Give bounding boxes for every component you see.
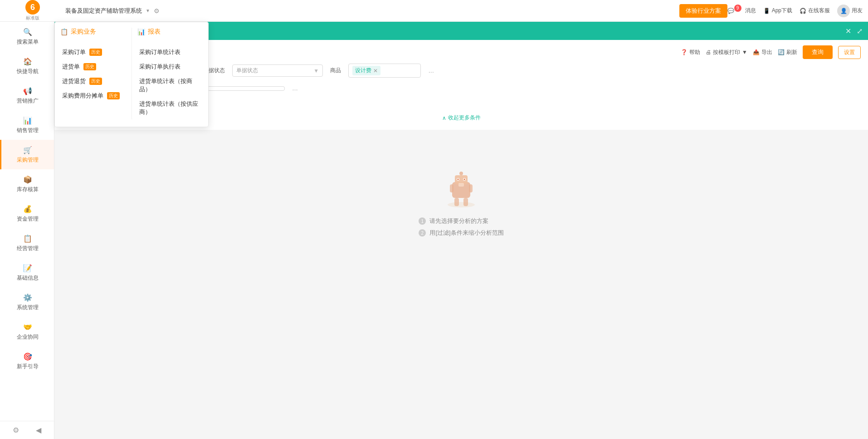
sidebar-item-purchase[interactable]: 🛒 采购管理 (0, 140, 54, 169)
message-badge: 9 (734, 5, 741, 12)
sidebar-item-sales[interactable]: 📊 销售管理 (0, 110, 54, 140)
help-btn[interactable]: ❓ 帮助 (681, 49, 700, 56)
goods-dots[interactable]: … (428, 67, 434, 74)
svg-rect-7 (458, 183, 464, 187)
sidebar-item-operations[interactable]: 📋 经营管理 (0, 228, 54, 258)
empty-tip-2: 2 用[过滤]条件来缩小分析范围 (419, 229, 503, 237)
goods-label: 商品 (330, 67, 341, 74)
logo-icon: 6 (25, 0, 40, 15)
operations-icon: 📋 (23, 234, 32, 243)
print-chevron: ▼ (742, 49, 747, 55)
settings-filter-btn[interactable]: 设置 (838, 46, 861, 59)
cooperation-icon: 🤝 (23, 322, 32, 331)
purchase-col: 📋 采购业务 采购订单 历史 进货单 历史 进货退货 历史 采购费用分摊单 历史 (55, 28, 132, 119)
dropdown-goods-stats-by-supplier[interactable]: 进货单统计表（按供应商） (137, 97, 203, 119)
svg-point-5 (458, 179, 459, 180)
tab-bar-actions: ✕ ⤢ (844, 25, 868, 37)
report-col-icon: 📊 (137, 28, 145, 35)
sidebar-bottom: ⚙ ◀ (0, 421, 54, 439)
online-service-btn[interactable]: 🎧 在线客服 (800, 7, 830, 15)
tip-dot-2: 2 (419, 229, 426, 237)
svg-rect-10 (454, 198, 459, 206)
dropdown-purchase-order[interactable]: 采购订单 历史 (60, 45, 126, 59)
doc-status-input[interactable]: 单据状态 ▼ (232, 64, 323, 77)
industry-btn[interactable]: 体验行业方案 (679, 4, 727, 18)
dropdown-goods-return[interactable]: 进货退货 历史 (60, 74, 126, 89)
basic-icon: 📝 (23, 263, 32, 272)
salesperson-dots[interactable]: … (292, 85, 298, 92)
history-badge-3: 历史 (89, 78, 102, 85)
chevron-down-icon[interactable]: ▼ (146, 8, 150, 13)
dropdown-po-stats[interactable]: 采购订单统计表 (137, 45, 203, 59)
sidebar: 🔍 搜索菜单 🏠 快捷导航 📢 营销推广 📊 销售管理 🛒 采购管理 📦 库存核… (0, 22, 54, 439)
purchase-dropdown-menu: 📋 采购业务 采购订单 历史 进货单 历史 进货退货 历史 采购费用分摊单 历史… (54, 22, 209, 127)
sidebar-item-marketing[interactable]: 📢 营销推广 (0, 81, 54, 110)
goods-input[interactable]: 设计费 ✕ (348, 64, 421, 78)
collapse-btn[interactable]: ∧ 收起更多条件 (439, 111, 483, 124)
collapse-sidebar-icon[interactable]: ◀ (36, 426, 41, 434)
gear-icon[interactable]: ⚙ (154, 7, 160, 15)
top-header: 6 标准版 装备及固定资产辅助管理系统 ▼ ⚙ 体验行业方案 💬 9 消息 📱 … (0, 0, 868, 22)
export-icon: 📤 (753, 49, 760, 55)
dropdown-po-exec[interactable]: 采购订单执行表 (137, 59, 203, 74)
svg-rect-9 (469, 184, 473, 192)
help-icon: ❓ (681, 49, 688, 55)
sidebar-item-inventory[interactable]: 📦 库存核算 (0, 169, 54, 199)
dropdown-goods-receipt[interactable]: 进货单 历史 (60, 59, 126, 74)
headset-icon: 🎧 (800, 8, 806, 14)
sidebar-item-quick-nav[interactable]: 🏠 快捷导航 (0, 51, 54, 81)
doc-status-chevron: ▼ (313, 68, 319, 74)
logo-text: 标准版 (26, 15, 39, 21)
tab-close-btn[interactable]: ✕ (844, 25, 853, 37)
settings-bottom-icon[interactable]: ⚙ (13, 426, 19, 434)
empty-tips: 1 请先选择要分析的方案 2 用[过滤]条件来缩小分析范围 (419, 217, 503, 237)
export-btn[interactable]: 📤 导出 (753, 49, 772, 56)
dropdown-purchase-expense[interactable]: 采购费用分摊单 历史 (60, 89, 126, 103)
dropdown-goods-stats-by-product[interactable]: 进货单统计表（按商品） (137, 74, 203, 97)
query-btn[interactable]: 查询 (803, 45, 833, 59)
sidebar-item-guide[interactable]: 🎯 新手引导 (0, 346, 54, 376)
message-btn[interactable]: 💬 9 消息 (727, 7, 756, 15)
sidebar-item-finance[interactable]: 💰 资金管理 (0, 199, 54, 228)
collapse-up-icon: ∧ (442, 115, 446, 121)
svg-point-12 (459, 172, 463, 175)
phone-icon: 📱 (763, 8, 770, 14)
header-actions: 💬 9 消息 📱 App下载 🎧 在线客服 👤 用友 (727, 5, 863, 17)
empty-illustration (439, 166, 484, 212)
user-avatar[interactable]: 👤 用友 (837, 5, 863, 17)
message-icon: 💬 (727, 8, 734, 14)
sidebar-item-search[interactable]: 🔍 搜索菜单 (0, 22, 54, 51)
tab-fullscreen-btn[interactable]: ⤢ (855, 25, 864, 37)
system-title: 装备及固定资产辅助管理系统 ▼ ⚙ (65, 7, 679, 15)
system-icon: ⚙️ (23, 293, 32, 302)
sidebar-item-system[interactable]: ⚙️ 系统管理 (0, 287, 54, 317)
goods-tag-close[interactable]: ✕ (373, 68, 378, 74)
logo-area: 6 标准版 (5, 0, 60, 21)
app-download-btn[interactable]: 📱 App下载 (763, 7, 792, 15)
empty-tip-1: 1 请先选择要分析的方案 (419, 217, 503, 225)
refresh-btn[interactable]: 🔄 刷新 (778, 49, 797, 56)
avatar-icon: 👤 (837, 5, 850, 17)
history-badge-2: 历史 (83, 63, 96, 70)
home-icon: 🏠 (23, 57, 32, 66)
goods-tag: 设计费 ✕ (352, 66, 380, 75)
report-col: 📊 报表 采购订单统计表 采购订单执行表 进货单统计表（按商品） 进货单统计表（… (132, 28, 209, 119)
sidebar-item-cooperation[interactable]: 🤝 企业协同 (0, 317, 54, 346)
purchase-icon: 🛒 (23, 145, 32, 154)
inventory-icon: 📦 (23, 175, 32, 184)
sidebar-item-basic[interactable]: 📝 基础信息 (0, 258, 54, 287)
empty-state: 1 请先选择要分析的方案 2 用[过滤]条件来缩小分析范围 (54, 130, 868, 273)
svg-rect-11 (463, 198, 468, 206)
system-name: 装备及固定资产辅助管理系统 (65, 7, 142, 15)
marketing-icon: 📢 (23, 86, 32, 95)
search-icon: 🔍 (23, 27, 32, 36)
print-btn[interactable]: 🖨 按模板打印 ▼ (706, 49, 747, 56)
history-badge-4: 历史 (107, 92, 120, 99)
refresh-icon: 🔄 (778, 49, 785, 55)
svg-point-0 (448, 202, 475, 207)
sales-icon: 📊 (23, 116, 32, 125)
svg-point-6 (464, 179, 465, 180)
history-badge-1: 历史 (89, 49, 102, 56)
svg-rect-8 (450, 184, 454, 192)
report-col-title: 📊 报表 (137, 28, 203, 39)
